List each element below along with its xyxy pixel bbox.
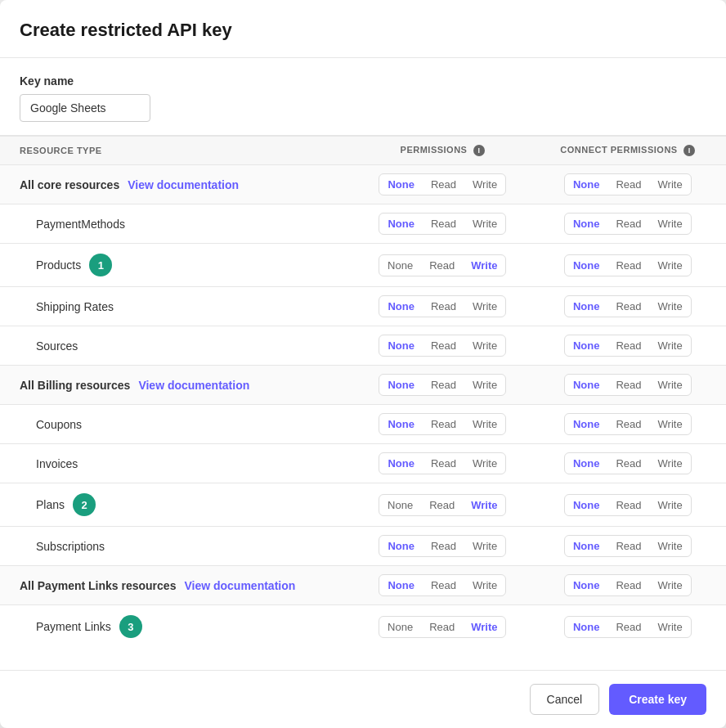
resource-label: Invoices	[36, 457, 78, 470]
perm-none-sources-perm[interactable]: None	[379, 335, 423, 356]
perm-write-sources-connect[interactable]: Write	[650, 335, 691, 356]
permission-group-all-billing-perm: None Read Write	[379, 374, 506, 396]
perm-none-payment-links-connect[interactable]: None	[565, 617, 608, 637]
perm-none-shipping-rates-connect[interactable]: None	[565, 296, 608, 317]
view-documentation-link[interactable]: View documentation	[184, 579, 295, 592]
perm-read-coupons-connect[interactable]: Read	[607, 414, 649, 434]
view-documentation-link[interactable]: View documentation	[138, 379, 249, 392]
perm-none-invoices-connect[interactable]: None	[565, 453, 608, 474]
key-name-label: Key name	[20, 74, 706, 88]
resource-label: Subscriptions	[36, 540, 105, 553]
permission-group-sources-connect: None Read Write	[564, 335, 692, 357]
perm-write-plans-perm[interactable]: Write	[463, 495, 505, 515]
perm-write-products-perm[interactable]: Write	[463, 255, 505, 276]
perm-none-all-core-connect[interactable]: None	[565, 174, 608, 195]
perm-write-shipping-rates-perm[interactable]: Write	[464, 296, 505, 317]
perm-write-invoices-connect[interactable]: Write	[650, 453, 691, 474]
perm-write-sources-perm[interactable]: Write	[464, 335, 505, 356]
perm-write-coupons-perm[interactable]: Write	[464, 414, 505, 434]
create-api-key-modal: Create restricted API key Key name RESOU…	[0, 0, 726, 728]
perm-read-subscriptions-connect[interactable]: Read	[607, 536, 649, 556]
permission-group-payment-links-connect: None Read Write	[564, 616, 692, 638]
perm-read-products-perm[interactable]: Read	[421, 255, 463, 276]
permission-group-plans-perm: None Read Write	[379, 494, 506, 516]
perm-read-coupons-perm[interactable]: Read	[423, 414, 464, 434]
perm-write-subscriptions-connect[interactable]: Write	[650, 536, 691, 556]
perm-read-payment-links-connect[interactable]: Read	[607, 617, 649, 637]
perm-none-shipping-rates-perm[interactable]: None	[379, 296, 423, 317]
key-name-input[interactable]	[20, 94, 150, 122]
perm-read-products-connect[interactable]: Read	[607, 255, 649, 276]
step-badge-1: 1	[89, 254, 112, 276]
perm-write-all-core-perm[interactable]: Write	[464, 174, 505, 195]
perm-none-sources-connect[interactable]: None	[565, 335, 608, 356]
perm-write-subscriptions-perm[interactable]: Write	[464, 536, 505, 556]
perm-write-payment-links-connect[interactable]: Write	[650, 617, 691, 637]
perm-write-all-billing-perm[interactable]: Write	[464, 375, 505, 395]
table-row: All Billing resourcesView documentation …	[0, 366, 726, 405]
modal-footer: Cancel Create key	[0, 670, 726, 728]
perm-write-all-billing-connect[interactable]: Write	[650, 375, 691, 395]
create-key-button[interactable]: Create key	[609, 684, 706, 715]
perm-write-products-connect[interactable]: Write	[650, 255, 691, 276]
perm-none-payment-methods-perm[interactable]: None	[379, 213, 423, 234]
view-documentation-link[interactable]: View documentation	[128, 178, 239, 191]
perm-read-payment-links-perm[interactable]: Read	[421, 617, 463, 637]
perm-none-plans-perm[interactable]: None	[379, 495, 421, 515]
perm-read-plans-perm[interactable]: Read	[421, 495, 463, 515]
resource-label: Shipping Rates	[36, 300, 114, 313]
perm-none-products-connect[interactable]: None	[565, 255, 608, 276]
perm-write-all-payment-links-perm[interactable]: Write	[464, 575, 505, 595]
perm-none-coupons-connect[interactable]: None	[565, 414, 608, 434]
perm-read-all-payment-links-connect[interactable]: Read	[607, 575, 649, 595]
perm-read-all-core-connect[interactable]: Read	[607, 174, 649, 195]
perm-none-invoices-perm[interactable]: None	[379, 453, 423, 474]
perm-none-subscriptions-perm[interactable]: None	[379, 536, 423, 556]
connect-permissions-info-icon[interactable]: i	[683, 145, 695, 156]
perm-none-all-payment-links-perm[interactable]: None	[379, 575, 423, 595]
perm-read-all-billing-connect[interactable]: Read	[607, 375, 649, 395]
perm-write-payment-methods-connect[interactable]: Write	[650, 213, 691, 234]
perm-write-all-core-connect[interactable]: Write	[650, 174, 691, 195]
perm-read-all-core-perm[interactable]: Read	[423, 174, 464, 195]
perm-read-payment-methods-connect[interactable]: Read	[607, 213, 649, 234]
table-row: Invoices None Read Write None Read Write	[0, 444, 726, 483]
perm-read-plans-connect[interactable]: Read	[607, 495, 649, 515]
perm-read-all-payment-links-perm[interactable]: Read	[423, 575, 464, 595]
perm-none-products-perm[interactable]: None	[379, 255, 421, 276]
perm-none-plans-connect[interactable]: None	[565, 495, 608, 515]
perm-read-shipping-rates-connect[interactable]: Read	[607, 296, 649, 317]
permission-group-all-core-perm: None Read Write	[379, 173, 506, 195]
table-row: Sources None Read Write None Read Write	[0, 326, 726, 366]
table-row: Shipping Rates None Read Write None Read…	[0, 287, 726, 326]
perm-read-payment-methods-perm[interactable]: Read	[423, 213, 464, 234]
permissions-info-icon[interactable]: i	[473, 145, 485, 156]
perm-write-invoices-perm[interactable]: Write	[464, 453, 505, 474]
perm-write-plans-connect[interactable]: Write	[650, 495, 691, 515]
col-resource-type: RESOURCE TYPE	[0, 137, 356, 165]
perm-none-subscriptions-connect[interactable]: None	[565, 536, 608, 556]
perm-read-shipping-rates-perm[interactable]: Read	[423, 296, 464, 317]
perm-write-payment-links-perm[interactable]: Write	[463, 617, 505, 637]
table-row: Products1 None Read Write None Read Writ…	[0, 244, 726, 287]
cancel-button[interactable]: Cancel	[530, 684, 600, 715]
perm-none-all-billing-connect[interactable]: None	[565, 375, 608, 395]
perm-read-invoices-perm[interactable]: Read	[423, 453, 464, 474]
perm-none-all-core-perm[interactable]: None	[379, 174, 423, 195]
perm-read-sources-connect[interactable]: Read	[607, 335, 649, 356]
perm-none-payment-links-perm[interactable]: None	[379, 617, 421, 637]
perm-read-all-billing-perm[interactable]: Read	[423, 375, 464, 395]
permission-group-products-perm: None Read Write	[379, 254, 506, 276]
permission-group-products-connect: None Read Write	[564, 254, 692, 276]
perm-read-invoices-connect[interactable]: Read	[607, 453, 649, 474]
perm-read-sources-perm[interactable]: Read	[423, 335, 464, 356]
perm-none-coupons-perm[interactable]: None	[379, 414, 423, 434]
perm-write-all-payment-links-connect[interactable]: Write	[650, 575, 691, 595]
perm-none-all-billing-perm[interactable]: None	[379, 375, 423, 395]
perm-none-all-payment-links-connect[interactable]: None	[565, 575, 608, 595]
perm-write-shipping-rates-connect[interactable]: Write	[650, 296, 691, 317]
perm-none-payment-methods-connect[interactable]: None	[565, 213, 608, 234]
perm-write-payment-methods-perm[interactable]: Write	[464, 213, 505, 234]
perm-read-subscriptions-perm[interactable]: Read	[423, 536, 464, 556]
perm-write-coupons-connect[interactable]: Write	[650, 414, 691, 434]
